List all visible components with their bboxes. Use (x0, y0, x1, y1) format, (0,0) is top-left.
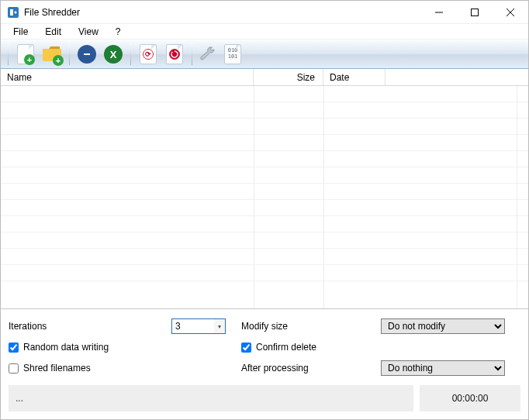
after-processing-select[interactable]: Do nothing (381, 360, 505, 376)
shred-filenames-checkbox[interactable] (9, 363, 19, 374)
titlebar: File Shredder (1, 1, 528, 24)
folder-icon: + (42, 45, 62, 64)
binary-icon: 010101 (224, 44, 241, 64)
toolbar: + + X ⟳ (1, 40, 528, 69)
iterations-label: Iterations (9, 321, 171, 332)
after-processing-label: After processing (241, 363, 381, 374)
col-date[interactable]: Date (323, 69, 386, 85)
modify-size-select[interactable]: Do not modify (381, 318, 505, 334)
window-title: File Shredder (24, 7, 80, 18)
close-button[interactable] (493, 1, 528, 24)
app-icon (7, 6, 19, 19)
menu-view[interactable]: View (72, 25, 105, 39)
options-panel: Iterations ▾ Modify size Do not modify R… (1, 309, 528, 419)
refresh-button[interactable]: ⟳ (137, 43, 160, 66)
status-time: 00:00:00 (420, 385, 520, 411)
menu-file[interactable]: File (7, 25, 34, 39)
svg-point-2 (14, 10, 17, 13)
file-icon: + (17, 44, 34, 64)
table-header: Name Size Date (1, 69, 528, 86)
menubar: File Edit View ? (1, 24, 528, 40)
table-body[interactable] (1, 86, 528, 308)
random-data-label: Random data writing (23, 342, 109, 353)
menu-edit[interactable]: Edit (39, 25, 67, 39)
refresh-all-icon (166, 44, 183, 64)
col-size[interactable]: Size (254, 69, 323, 85)
svg-rect-4 (472, 9, 479, 15)
confirm-delete-checkbox[interactable] (241, 343, 251, 353)
binary-button[interactable]: 010101 (221, 43, 244, 66)
minus-icon (78, 45, 96, 64)
file-list: Name Size Date (1, 69, 528, 309)
maximize-button[interactable] (457, 1, 493, 24)
col-tail (386, 69, 528, 85)
settings-button[interactable] (198, 44, 218, 64)
refresh-all-button[interactable] (163, 43, 186, 66)
menu-help[interactable]: ? (109, 25, 127, 39)
minimize-button[interactable] (421, 1, 457, 24)
random-data-checkbox[interactable] (9, 343, 19, 353)
col-name[interactable]: Name (1, 69, 254, 85)
excel-button[interactable]: X (102, 43, 125, 66)
shred-filenames-label: Shred filenames (23, 363, 91, 374)
remove-button[interactable] (75, 43, 99, 66)
add-folder-button[interactable]: + (40, 43, 64, 66)
chevron-down-icon[interactable]: ▾ (214, 319, 225, 333)
modify-size-label: Modify size (241, 321, 381, 332)
svg-rect-1 (10, 9, 13, 15)
status-text: ... (9, 385, 413, 411)
excel-icon: X (104, 45, 123, 64)
refresh-icon: ⟳ (140, 44, 157, 64)
confirm-delete-label: Confirm delete (256, 342, 316, 353)
add-file-button[interactable]: + (14, 43, 37, 66)
wrench-icon (199, 45, 217, 64)
